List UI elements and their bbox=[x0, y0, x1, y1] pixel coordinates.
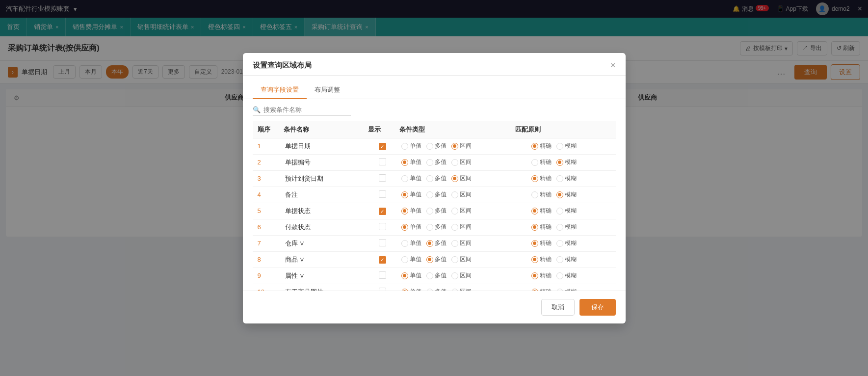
table-row: 7仓库 ∨单值多值区间精确模糊 bbox=[253, 235, 616, 242]
modal-table-header-area: 顺序 条件名称 显示 条件类型 匹配原则 bbox=[243, 121, 626, 138]
row-type-单值-3[interactable]: 单值 bbox=[401, 190, 421, 199]
row-show-checkbox-1[interactable] bbox=[379, 158, 386, 165]
row-order-6: 7 bbox=[258, 240, 261, 242]
row-rule-精确-2[interactable]: 精确 bbox=[531, 174, 552, 183]
row-name-4: 单据状态 bbox=[280, 203, 368, 219]
modal-table-body: 1单据日期单值多值区间精确模糊2单据编号单值多值区间精确模糊3预计到货日期单值多… bbox=[253, 138, 616, 243]
row-order-3: 4 bbox=[258, 191, 261, 198]
row-show-checkbox-2[interactable] bbox=[379, 174, 386, 182]
row-show-checkbox-5[interactable] bbox=[379, 223, 386, 230]
row-type-区间-0[interactable]: 区间 bbox=[451, 142, 472, 150]
row-type-区间-1[interactable]: 区间 bbox=[451, 158, 472, 166]
modal-title: 设置查询区域布局 bbox=[253, 61, 312, 70]
row-rule-精确-3[interactable]: 精确 bbox=[531, 190, 552, 199]
row-order-4: 5 bbox=[258, 207, 261, 215]
row-type-多值-5[interactable]: 多值 bbox=[426, 223, 447, 231]
modal-header: 设置查询区域布局 × bbox=[243, 53, 626, 76]
row-type-多值-6[interactable]: 多值 bbox=[426, 239, 447, 242]
table-row: 5单据状态单值多值区间精确模糊 bbox=[253, 203, 616, 219]
row-order-1: 2 bbox=[258, 159, 261, 166]
row-type-多值-0[interactable]: 多值 bbox=[426, 142, 447, 150]
modal-search-area: 🔍 bbox=[243, 99, 626, 121]
th-show: 显示 bbox=[363, 121, 395, 138]
row-type-单值-6[interactable]: 单值 bbox=[401, 239, 421, 242]
row-show-checkbox-4[interactable] bbox=[379, 208, 386, 215]
row-order-5: 6 bbox=[258, 223, 261, 231]
row-rule-精确-0[interactable]: 精确 bbox=[531, 142, 552, 150]
row-type-多值-2[interactable]: 多值 bbox=[426, 174, 447, 183]
row-rule-模糊-4[interactable]: 模糊 bbox=[556, 207, 577, 215]
th-type: 条件类型 bbox=[395, 121, 510, 138]
tab-layout-adjust-label: 布局调整 bbox=[315, 86, 340, 93]
th-name: 条件名称 bbox=[279, 121, 363, 138]
table-row: 1单据日期单值多值区间精确模糊 bbox=[253, 138, 616, 155]
row-order-0: 1 bbox=[258, 142, 261, 150]
tab-layout-adjust[interactable]: 布局调整 bbox=[307, 81, 348, 99]
table-row: 4备注单值多值区间精确模糊 bbox=[253, 187, 616, 203]
row-type-单值-0[interactable]: 单值 bbox=[401, 142, 421, 150]
row-show-checkbox-0[interactable] bbox=[379, 143, 386, 150]
row-name-2: 预计到货日期 bbox=[280, 170, 368, 187]
row-type-区间-6[interactable]: 区间 bbox=[451, 239, 472, 242]
row-type-区间-4[interactable]: 区间 bbox=[451, 207, 472, 215]
search-icon: 🔍 bbox=[253, 106, 261, 113]
search-input[interactable] bbox=[263, 106, 351, 113]
row-type-单值-5[interactable]: 单值 bbox=[401, 223, 421, 231]
row-rule-模糊-5[interactable]: 模糊 bbox=[556, 223, 577, 231]
search-box: 🔍 bbox=[253, 104, 351, 116]
modal-table-head: 顺序 条件名称 显示 条件类型 匹配原则 bbox=[253, 121, 616, 138]
tab-query-fields[interactable]: 查询字段设置 bbox=[253, 81, 307, 99]
table-row: 6付款状态单值多值区间精确模糊 bbox=[253, 219, 616, 235]
row-show-checkbox-6[interactable] bbox=[379, 239, 386, 243]
row-name-3: 备注 bbox=[280, 187, 368, 203]
row-rule-模糊-0[interactable]: 模糊 bbox=[556, 142, 577, 150]
row-rule-精确-4[interactable]: 精确 bbox=[531, 207, 552, 215]
row-rule-精确-1[interactable]: 精确 bbox=[531, 158, 552, 166]
modal-body: 查询字段设置 布局调整 🔍 顺序 条 bbox=[243, 76, 626, 243]
modal-table-scroll-area[interactable]: 1单据日期单值多值区间精确模糊2单据编号单值多值区间精确模糊3预计到货日期单值多… bbox=[243, 138, 626, 243]
tab-query-fields-label: 查询字段设置 bbox=[261, 86, 299, 93]
row-rule-模糊-6[interactable]: 模糊 bbox=[556, 239, 577, 242]
row-type-多值-3[interactable]: 多值 bbox=[426, 190, 447, 199]
row-rule-模糊-1[interactable]: 模糊 bbox=[556, 158, 577, 166]
row-type-区间-3[interactable]: 区间 bbox=[451, 190, 472, 199]
th-order: 顺序 bbox=[253, 121, 279, 138]
row-rule-模糊-2[interactable]: 模糊 bbox=[556, 174, 577, 183]
row-name-0: 单据日期 bbox=[280, 138, 368, 155]
settings-modal: 设置查询区域布局 × 查询字段设置 布局调整 🔍 bbox=[243, 53, 626, 243]
table-row: 3预计到货日期单值多值区间精确模糊 bbox=[253, 170, 616, 187]
row-rule-精确-6[interactable]: 精确 bbox=[531, 239, 552, 242]
row-name-1: 单据编号 bbox=[280, 154, 368, 170]
row-type-单值-2[interactable]: 单值 bbox=[401, 174, 421, 183]
modal-rows-table: 1单据日期单值多值区间精确模糊2单据编号单值多值区间精确模糊3预计到货日期单值多… bbox=[253, 138, 616, 243]
modal-overlay: 设置查询区域布局 × 查询字段设置 布局调整 🔍 bbox=[0, 0, 868, 242]
row-rule-模糊-3[interactable]: 模糊 bbox=[556, 190, 577, 199]
row-type-多值-4[interactable]: 多值 bbox=[426, 207, 447, 215]
modal-table-header-row: 顺序 条件名称 显示 条件类型 匹配原则 bbox=[253, 121, 616, 138]
row-order-2: 3 bbox=[258, 175, 261, 182]
modal-close-button[interactable]: × bbox=[610, 61, 616, 70]
row-type-单值-1[interactable]: 单值 bbox=[401, 158, 421, 166]
th-rule: 匹配原则 bbox=[510, 121, 616, 138]
modal-tab-bar: 查询字段设置 布局调整 bbox=[243, 76, 626, 99]
row-name-5: 付款状态 bbox=[280, 219, 368, 235]
row-rule-精确-5[interactable]: 精确 bbox=[531, 223, 552, 231]
row-name-6: 仓库 ∨ bbox=[280, 235, 368, 242]
row-show-checkbox-3[interactable] bbox=[379, 190, 386, 198]
modal-table: 顺序 条件名称 显示 条件类型 匹配原则 bbox=[253, 121, 616, 138]
row-type-单值-4[interactable]: 单值 bbox=[401, 207, 421, 215]
row-type-区间-2[interactable]: 区间 bbox=[451, 174, 472, 183]
row-type-多值-1[interactable]: 多值 bbox=[426, 158, 447, 166]
table-row: 2单据编号单值多值区间精确模糊 bbox=[253, 154, 616, 170]
row-type-区间-5[interactable]: 区间 bbox=[451, 223, 472, 231]
